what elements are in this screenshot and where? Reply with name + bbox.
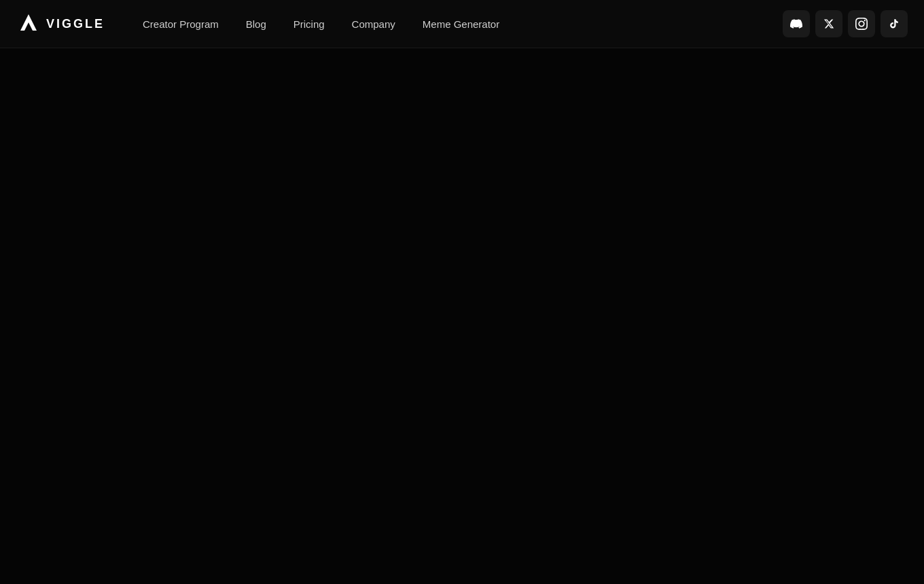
viggle-logo-icon xyxy=(16,12,41,36)
main-content xyxy=(0,48,924,584)
discord-button[interactable] xyxy=(783,10,810,37)
instagram-icon xyxy=(855,18,868,30)
tiktok-button[interactable] xyxy=(881,10,908,37)
discord-icon xyxy=(790,18,802,30)
twitter-button[interactable] xyxy=(815,10,842,37)
navbar-right xyxy=(783,10,908,37)
navbar: VIGGLE Creator Program Blog Pricing Comp… xyxy=(0,0,924,48)
nav-links: Creator Program Blog Pricing Company Mem… xyxy=(132,13,510,35)
instagram-button[interactable] xyxy=(848,10,875,37)
tiktok-icon xyxy=(889,18,900,29)
navbar-left: VIGGLE Creator Program Blog Pricing Comp… xyxy=(16,12,510,36)
nav-link-creator-program[interactable]: Creator Program xyxy=(132,13,230,35)
logo-text: VIGGLE xyxy=(46,17,105,31)
nav-link-company[interactable]: Company xyxy=(341,13,406,35)
nav-link-meme-generator[interactable]: Meme Generator xyxy=(412,13,510,35)
nav-link-blog[interactable]: Blog xyxy=(235,13,277,35)
logo[interactable]: VIGGLE xyxy=(16,12,105,36)
twitter-icon xyxy=(823,18,834,29)
nav-link-pricing[interactable]: Pricing xyxy=(283,13,336,35)
